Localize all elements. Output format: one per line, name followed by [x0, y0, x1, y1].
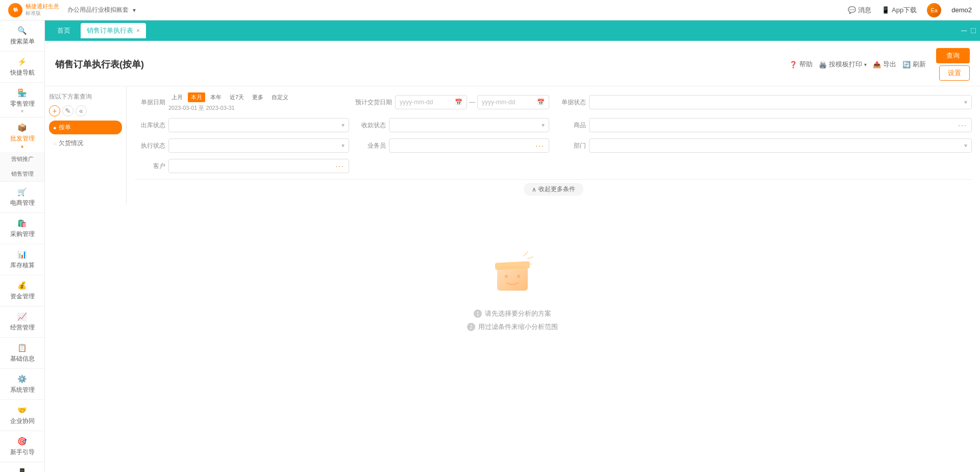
- ecommerce-icon: 🛒: [17, 187, 28, 197]
- sidebar-item-operation[interactable]: 📈 经营管理: [0, 306, 44, 338]
- outstock-select[interactable]: ▾: [168, 118, 349, 132]
- export-icon: 📤: [873, 61, 881, 68]
- plan-item-debt[interactable]: ○ 欠货情况: [49, 136, 122, 150]
- print-btn[interactable]: 🖨️ 按模板打印 ▾: [819, 60, 867, 69]
- app-dropdown[interactable]: ▾: [133, 7, 136, 14]
- query-button[interactable]: 查询: [936, 48, 970, 63]
- sidebar-group-wholesale: 📦 批发管理 ▴ 营销推广 销售管理: [0, 117, 44, 182]
- avatar[interactable]: Ea: [927, 3, 941, 17]
- mobile-icon: 📱: [881, 6, 890, 14]
- tab-max-btn[interactable]: □: [971, 26, 976, 35]
- app-download-label: App下载: [892, 6, 917, 15]
- enterprise-icon: 🤝: [17, 405, 28, 415]
- sidebar-item-search[interactable]: 🔍 搜索菜单: [0, 20, 44, 52]
- message-btn[interactable]: 💬 消息: [848, 6, 871, 15]
- collapse-btn[interactable]: ∧ 收起更多条件: [524, 183, 583, 196]
- department-select[interactable]: ▾: [589, 138, 972, 153]
- export-btn[interactable]: 📤 导出: [873, 60, 896, 69]
- date-tab-thismonth[interactable]: 本月: [188, 92, 205, 102]
- refresh-icon: 🔄: [902, 61, 911, 68]
- filter-field-salesperson: 业务员 ···: [355, 138, 549, 153]
- date-tab-custom[interactable]: 自定义: [268, 92, 291, 102]
- sidebar-item-purchase[interactable]: 🛍️ 采购管理: [0, 213, 44, 244]
- help-label: 帮助: [799, 60, 813, 69]
- expected-date-start[interactable]: yyyy-mm-dd 📅: [395, 95, 467, 109]
- plan-item-order[interactable]: ● 按单: [49, 121, 122, 134]
- expected-date-end[interactable]: yyyy-mm-dd 📅: [477, 95, 549, 109]
- sidebar-item-label-quicknav: 快捷导航: [10, 68, 35, 77]
- date-tab-thisyear[interactable]: 本年: [207, 92, 225, 102]
- wholesale-expand-icon: ▴: [21, 143, 23, 149]
- collapse-plan-btn[interactable]: «: [76, 105, 87, 116]
- page-title: 销售订单执行表(按单): [55, 58, 144, 70]
- edit-plan-btn[interactable]: ✎: [62, 105, 74, 116]
- sidebar-item-appcenter[interactable]: 📱 应用中心: [0, 462, 44, 472]
- department-label: 部门: [555, 141, 586, 150]
- hint-text-2: 用过滤条件来缩小分析范围: [478, 322, 558, 332]
- filter-field-status: 单据状态 ▾: [555, 95, 972, 109]
- receive-select[interactable]: ▾: [389, 118, 549, 132]
- sidebar-item-newuser[interactable]: 🎯 新手引导: [0, 431, 44, 462]
- tab-active[interactable]: 销售订单执行表 ×: [81, 23, 146, 38]
- app-download-btn[interactable]: 📱 App下载: [881, 6, 917, 15]
- tab-close-btn[interactable]: ×: [136, 27, 140, 34]
- filter-field-department: 部门 ▾: [555, 138, 972, 153]
- sidebar-sub-marketing[interactable]: 营销推广: [0, 152, 44, 167]
- content-area: 首页 销售订单执行表 × ─ □ 销售订单执行表(按单) ❓ 帮助: [45, 20, 980, 472]
- customer-dotdot[interactable]: ···: [335, 162, 345, 170]
- date-placeholder2: yyyy-mm-dd: [482, 99, 515, 106]
- finance-icon: 💰: [17, 280, 28, 291]
- settings-button[interactable]: 设置: [939, 65, 970, 81]
- date-tab-more[interactable]: 更多: [249, 92, 266, 102]
- outstock-label: 出库状态: [135, 121, 165, 130]
- print-dropdown-icon: ▾: [864, 62, 867, 67]
- date-tab-lastmonth[interactable]: 上月: [168, 92, 186, 102]
- add-plan-btn[interactable]: +: [49, 105, 60, 116]
- search-icon: 🔍: [17, 26, 28, 36]
- customer-select[interactable]: ···: [168, 159, 349, 173]
- empty-hint-2: 2 用过滤条件来缩小分析范围: [467, 322, 558, 332]
- execute-chevron: ▾: [341, 142, 345, 149]
- sidebar-label-newuser: 新手引导: [10, 448, 35, 457]
- sidebar-item-enterprise[interactable]: 🤝 企业协同: [0, 400, 44, 431]
- tab-home[interactable]: 首页: [49, 23, 79, 38]
- date-placeholder1: yyyy-mm-dd: [400, 99, 433, 106]
- sidebar-item-ecommerce[interactable]: 🛒 电商管理: [0, 182, 44, 213]
- execute-select[interactable]: ▾: [168, 138, 349, 153]
- sidebar-item-quick-nav[interactable]: ⚡ 快捷导航: [0, 52, 44, 83]
- salesperson-select[interactable]: ···: [389, 138, 549, 153]
- department-chevron: ▾: [964, 142, 967, 149]
- logo-area: 畅 畅捷通好生意 标准版: [8, 3, 59, 17]
- tab-min-btn[interactable]: ─: [961, 26, 967, 35]
- refresh-btn[interactable]: 🔄 刷新: [902, 60, 926, 69]
- sidebar-item-basic[interactable]: 📋 基础信息: [0, 338, 44, 369]
- chevron-up-icon: ∧: [532, 186, 536, 193]
- sidebar-item-wholesale[interactable]: 📦 批发管理 ▴: [0, 117, 44, 152]
- system-icon: ⚙️: [17, 374, 28, 384]
- hint-text-1: 请先选择要分析的方案: [485, 309, 551, 318]
- query-actions: 查询 设置: [936, 48, 970, 81]
- sidebar-sub-sales[interactable]: 销售管理: [0, 167, 44, 181]
- tab-actions: ─ □: [961, 26, 976, 35]
- sidebar-item-finance[interactable]: 💰 资金管理: [0, 275, 44, 306]
- filter-row-4: 客户 ···: [135, 159, 972, 173]
- empty-hint-1: 1 请先选择要分析的方案: [474, 309, 551, 318]
- sidebar-item-retail[interactable]: 🏪 零售管理 ▾: [0, 83, 44, 117]
- svg-line-4: [527, 264, 532, 264]
- sidebar: 🔍 搜索菜单 ⚡ 快捷导航 🏪 零售管理 ▾ 📦 批发管理 ▴ 营销推广: [0, 20, 45, 472]
- salesperson-dotdot[interactable]: ···: [535, 141, 545, 150]
- tab-active-label: 销售订单执行表: [87, 26, 133, 35]
- sidebar-label-basic: 基础信息: [10, 355, 35, 363]
- help-btn[interactable]: ❓ 帮助: [789, 60, 813, 69]
- goods-dotdot[interactable]: ···: [958, 121, 967, 129]
- sidebar-item-inventory[interactable]: 📊 库存核算: [0, 244, 44, 275]
- date-tab-last7days[interactable]: 近7天: [227, 92, 247, 102]
- goods-select[interactable]: ···: [589, 118, 972, 132]
- filter-field-execute: 执行状态 ▾: [135, 138, 349, 153]
- status-select[interactable]: ▾: [589, 95, 972, 109]
- receive-chevron: ▾: [542, 122, 545, 129]
- plan-item-label: 按单: [59, 123, 71, 132]
- sidebar-item-system[interactable]: ⚙️ 系统管理: [0, 369, 44, 400]
- empty-state: 1 请先选择要分析的方案 2 用过滤条件来缩小分析范围: [45, 205, 980, 352]
- customer-label: 客户: [135, 162, 165, 171]
